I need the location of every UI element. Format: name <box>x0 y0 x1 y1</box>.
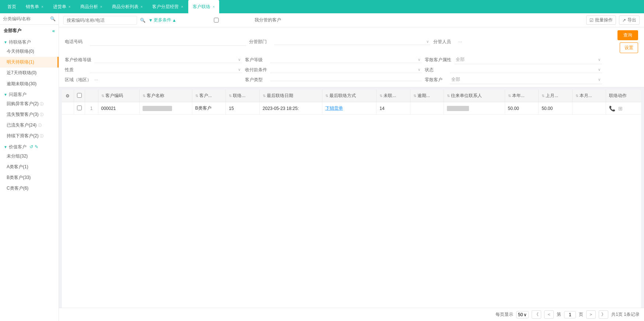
sidebar-item-ungrouped[interactable]: 未分组(32) <box>0 151 59 162</box>
th-settings[interactable]: ⚙ <box>62 90 74 102</box>
th-check[interactable] <box>74 90 85 102</box>
collapse-icon[interactable]: « <box>52 28 55 34</box>
manager-dots[interactable]: ··· <box>458 39 462 44</box>
close-icon[interactable]: × <box>213 5 215 9</box>
nav-purchase[interactable]: 进货单 × <box>49 0 75 13</box>
sidebar-search-input[interactable] <box>3 16 49 21</box>
my-customers-checkbox[interactable]: 我分管的客户 <box>179 17 281 23</box>
row-contact: 15 <box>226 102 260 115</box>
nav-sales[interactable]: 销售单 × <box>21 0 48 13</box>
prev-page-button[interactable]: ＜ <box>544 310 554 319</box>
manager-field: 分管人员 ··· <box>433 39 615 45</box>
phone-input[interactable] <box>90 38 246 46</box>
th-contact-person: ⇅往来单位联系人 <box>444 90 505 102</box>
export-icon: ↗ <box>622 18 626 23</box>
sidebar-item-today[interactable]: 今天待联络(0) <box>0 46 59 57</box>
search-input[interactable] <box>63 16 137 25</box>
select-all-checkbox[interactable] <box>77 93 82 98</box>
caret-icon: ∨ <box>238 58 241 62</box>
close-icon[interactable]: × <box>100 5 102 9</box>
row-contact-person <box>444 102 505 115</box>
nav-customer-contact[interactable]: 客户联络 × <box>188 0 219 13</box>
payment-select[interactable]: ∨ <box>270 66 422 73</box>
top-nav: 首页 销售单 × 进货单 × 商品分析 × 商品分析列表 × 客户分层经营 × … <box>0 0 644 13</box>
row-code: 000021 <box>98 102 139 115</box>
main-layout: 🔍 全部客户 « ▼ 待联络客户 今天待联络(0) 明天待联络(1) 近7天待联… <box>0 13 644 321</box>
region-dots[interactable]: ··· <box>94 77 98 82</box>
data-table-wrapper: ⚙ ⇅客户编码 ⇅客户名称 ⇅客户... ⇅联络... ⇅最后联络日期 ⇅最后联… <box>62 90 641 308</box>
row-overdue <box>410 102 444 115</box>
last-page-button[interactable]: 》 <box>599 310 608 319</box>
caret-icon: ∨ <box>598 77 601 82</box>
more-conditions-button[interactable]: ▼ 更多条件 ▲ <box>148 17 176 23</box>
refresh-icon[interactable]: ↺ <box>29 144 33 149</box>
nav-goods-analysis-list[interactable]: 商品分析列表 × <box>108 0 147 13</box>
nav-goods-analysis[interactable]: 商品分析 × <box>76 0 107 13</box>
row-checkbox[interactable] <box>77 106 82 110</box>
th-code: ⇅客户编码 <box>98 90 139 102</box>
all-customers-header[interactable]: 全部客户 « <box>0 25 59 37</box>
th-this-year: ⇅本年... <box>505 90 539 102</box>
nav-home[interactable]: 首页 <box>3 0 21 13</box>
settings-button[interactable]: 设置 <box>620 42 638 53</box>
customer-type-select[interactable] <box>270 79 422 81</box>
dept-select[interactable]: ∨ <box>274 38 430 45</box>
phone-field: 电话号码 <box>65 38 246 46</box>
phone-action-icon[interactable]: 📞 <box>609 106 615 111</box>
row-num: 1 <box>85 102 98 115</box>
th-name: ⇅客户名称 <box>139 90 192 102</box>
sidebar-item-7days[interactable]: 近7天待联络(0) <box>0 68 59 78</box>
grid-action-icon[interactable]: ⊞ <box>618 106 623 111</box>
row-last-way[interactable]: 下销货单 <box>322 102 377 115</box>
sidebar-item-repurchase-abnormal[interactable]: 回购异常客户(2) ⓘ <box>0 99 59 109</box>
th-last-way: ⇅最后联络方式 <box>322 90 377 102</box>
section-problem[interactable]: ▼ 问题客户 <box>0 89 59 99</box>
price-grade-select[interactable]: ∨ <box>94 56 242 63</box>
per-page-select[interactable]: 50 ∨ <box>516 311 529 318</box>
section-pending[interactable]: ▼ 待联络客户 <box>0 37 59 46</box>
export-button[interactable]: ↗ 导出 <box>619 15 640 25</box>
sidebar-item-churned[interactable]: 已流失客户(24) ⓘ <box>0 120 59 131</box>
customer-grade-select[interactable]: ∨ <box>270 56 422 63</box>
batch-operation-button[interactable]: ☑ 批量操作 <box>586 15 616 25</box>
retail-attr-select[interactable]: 全部 ∨ <box>454 55 602 64</box>
caret-icon: ∨ <box>598 68 601 72</box>
price-grade-field: 客户价格等级 ∨ <box>65 56 242 63</box>
sidebar-item-class-c[interactable]: C类客户(6) <box>0 183 59 194</box>
next-page-button[interactable]: ＞ <box>586 310 596 319</box>
nav-customer-tier[interactable]: 客户分层经营 × <box>148 0 188 13</box>
sidebar-item-overdue[interactable]: 逾期未联络(30) <box>0 79 59 89</box>
sidebar-item-churn-warning[interactable]: 流失预警客户(3) ⓘ <box>0 109 59 120</box>
sidebar-item-class-a[interactable]: A类客户(1) <box>0 162 59 172</box>
filter-bar: 🔍 ▼ 更多条件 ▲ 我分管的客户 ☑ 批量操作 ↗ 导出 <box>59 13 644 27</box>
th-type: ⇅客户... <box>192 90 226 102</box>
close-icon[interactable]: × <box>181 5 183 9</box>
page-input[interactable] <box>564 311 576 318</box>
row-settings <box>62 102 74 115</box>
edit-icon[interactable]: ✎ <box>35 144 38 149</box>
sidebar: 🔍 全部客户 « ▼ 待联络客户 今天待联络(0) 明天待联络(1) 近7天待联… <box>0 13 59 321</box>
row-name: Ea <box>139 102 192 115</box>
search-icon[interactable]: 🔍 <box>50 16 56 21</box>
nature-select[interactable]: ∨ <box>90 66 242 73</box>
my-customers-check[interactable] <box>179 18 253 23</box>
query-button[interactable]: 查询 <box>617 30 638 40</box>
close-icon[interactable]: × <box>69 5 71 9</box>
sidebar-item-declining[interactable]: 持续下滑客户(2) ⓘ <box>0 131 59 141</box>
retail-customer-select[interactable]: 全部 ∨ <box>450 75 602 84</box>
th-last-date: ⇅最后联络日期 <box>259 90 322 102</box>
sidebar-item-tomorrow[interactable]: 明天待联络(1) <box>0 57 59 68</box>
table-row: 1 000021 Ea B类客户 15 2023-05-23 18:25: 下销… <box>62 102 641 115</box>
close-icon[interactable]: × <box>141 5 143 9</box>
first-page-button[interactable]: 《 <box>532 310 541 319</box>
row-check[interactable] <box>74 102 85 115</box>
caret-icon: ∨ <box>426 39 429 44</box>
section-value[interactable]: ▼ 价值客户 ↺ ✎ <box>0 142 59 151</box>
status-select[interactable]: ∨ <box>450 66 602 73</box>
adv-row-3: 性质 ∨ 收付款条件 ∨ 状态 <box>65 66 638 73</box>
sidebar-item-class-b[interactable]: B类客户(33) <box>0 172 59 183</box>
close-icon[interactable]: × <box>41 5 43 9</box>
row-action: 📞 ⊞ <box>606 102 641 115</box>
pagination-bar: 每页显示 50 ∨ 《 ＜ 第 页 ＞ 》 共1页 1条记录 <box>59 308 644 321</box>
search-button[interactable]: 🔍 <box>140 18 146 23</box>
